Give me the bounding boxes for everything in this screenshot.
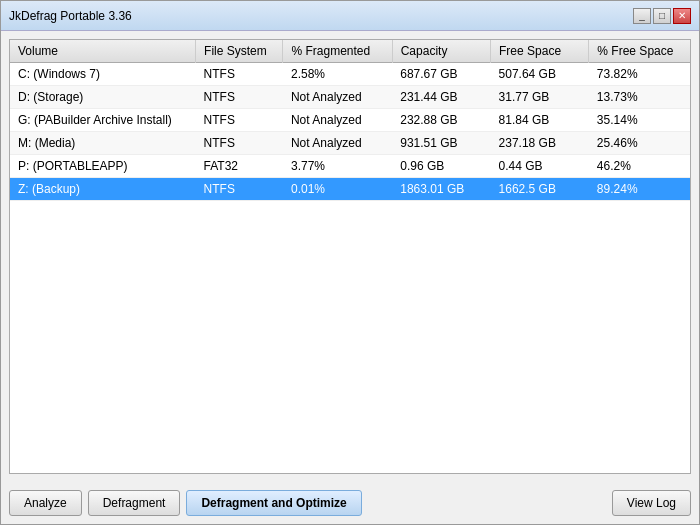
cell-free-pct: 25.46% bbox=[589, 132, 690, 155]
col-header-free-space: Free Space bbox=[491, 40, 589, 63]
cell-filesystem: NTFS bbox=[196, 132, 283, 155]
cell-fragmented: Not Analyzed bbox=[283, 86, 392, 109]
cell-volume: Z: (Backup) bbox=[10, 178, 196, 201]
table-row[interactable]: Z: (Backup)NTFS0.01%1863.01 GB1662.5 GB8… bbox=[10, 178, 690, 201]
cell-volume: P: (PORTABLEAPP) bbox=[10, 155, 196, 178]
col-header-free-pct: % Free Space bbox=[589, 40, 690, 63]
cell-capacity: 232.88 GB bbox=[392, 109, 490, 132]
view-log-button[interactable]: View Log bbox=[612, 490, 691, 516]
table-row[interactable]: P: (PORTABLEAPP)FAT323.77%0.96 GB0.44 GB… bbox=[10, 155, 690, 178]
cell-volume: M: (Media) bbox=[10, 132, 196, 155]
col-header-fragmented: % Fragmented bbox=[283, 40, 392, 63]
cell-free-space: 31.77 GB bbox=[491, 86, 589, 109]
cell-free-space: 507.64 GB bbox=[491, 63, 589, 86]
content-area: Volume File System % Fragmented Capacity… bbox=[1, 31, 699, 482]
table-row[interactable]: M: (Media)NTFSNot Analyzed931.51 GB237.1… bbox=[10, 132, 690, 155]
table-row[interactable]: D: (Storage)NTFSNot Analyzed231.44 GB31.… bbox=[10, 86, 690, 109]
cell-free-space: 0.44 GB bbox=[491, 155, 589, 178]
table-header-row: Volume File System % Fragmented Capacity… bbox=[10, 40, 690, 63]
maximize-button[interactable]: □ bbox=[653, 8, 671, 24]
main-window: JkDefrag Portable 3.36 _ □ ✕ Volume File… bbox=[0, 0, 700, 525]
cell-fragmented: 2.58% bbox=[283, 63, 392, 86]
defragment-optimize-button[interactable]: Defragment and Optimize bbox=[186, 490, 361, 516]
cell-fragmented: Not Analyzed bbox=[283, 109, 392, 132]
cell-filesystem: NTFS bbox=[196, 178, 283, 201]
cell-volume: G: (PABuilder Archive Install) bbox=[10, 109, 196, 132]
cell-free-space: 81.84 GB bbox=[491, 109, 589, 132]
footer-left-buttons: Analyze Defragment Defragment and Optimi… bbox=[9, 490, 362, 516]
col-header-filesystem: File System bbox=[196, 40, 283, 63]
cell-capacity: 687.67 GB bbox=[392, 63, 490, 86]
minimize-button[interactable]: _ bbox=[633, 8, 651, 24]
cell-free-pct: 89.24% bbox=[589, 178, 690, 201]
cell-free-space: 1662.5 GB bbox=[491, 178, 589, 201]
analyze-button[interactable]: Analyze bbox=[9, 490, 82, 516]
cell-capacity: 231.44 GB bbox=[392, 86, 490, 109]
cell-free-pct: 35.14% bbox=[589, 109, 690, 132]
cell-fragmented: 3.77% bbox=[283, 155, 392, 178]
cell-capacity: 931.51 GB bbox=[392, 132, 490, 155]
cell-volume: D: (Storage) bbox=[10, 86, 196, 109]
cell-fragmented: 0.01% bbox=[283, 178, 392, 201]
window-controls: _ □ ✕ bbox=[633, 8, 691, 24]
cell-free-pct: 13.73% bbox=[589, 86, 690, 109]
defragment-button[interactable]: Defragment bbox=[88, 490, 181, 516]
cell-filesystem: NTFS bbox=[196, 63, 283, 86]
volume-table-container: Volume File System % Fragmented Capacity… bbox=[9, 39, 691, 474]
title-bar: JkDefrag Portable 3.36 _ □ ✕ bbox=[1, 1, 699, 31]
table-body: C: (Windows 7)NTFS2.58%687.67 GB507.64 G… bbox=[10, 63, 690, 201]
close-button[interactable]: ✕ bbox=[673, 8, 691, 24]
cell-capacity: 0.96 GB bbox=[392, 155, 490, 178]
cell-volume: C: (Windows 7) bbox=[10, 63, 196, 86]
cell-free-space: 237.18 GB bbox=[491, 132, 589, 155]
cell-filesystem: NTFS bbox=[196, 109, 283, 132]
cell-filesystem: FAT32 bbox=[196, 155, 283, 178]
cell-capacity: 1863.01 GB bbox=[392, 178, 490, 201]
col-header-volume: Volume bbox=[10, 40, 196, 63]
footer: Analyze Defragment Defragment and Optimi… bbox=[1, 482, 699, 524]
cell-free-pct: 46.2% bbox=[589, 155, 690, 178]
cell-fragmented: Not Analyzed bbox=[283, 132, 392, 155]
window-title: JkDefrag Portable 3.36 bbox=[9, 9, 132, 23]
volume-table: Volume File System % Fragmented Capacity… bbox=[10, 40, 690, 201]
footer-right-buttons: View Log bbox=[612, 490, 691, 516]
table-row[interactable]: C: (Windows 7)NTFS2.58%687.67 GB507.64 G… bbox=[10, 63, 690, 86]
cell-free-pct: 73.82% bbox=[589, 63, 690, 86]
cell-filesystem: NTFS bbox=[196, 86, 283, 109]
col-header-capacity: Capacity bbox=[392, 40, 490, 63]
table-row[interactable]: G: (PABuilder Archive Install)NTFSNot An… bbox=[10, 109, 690, 132]
